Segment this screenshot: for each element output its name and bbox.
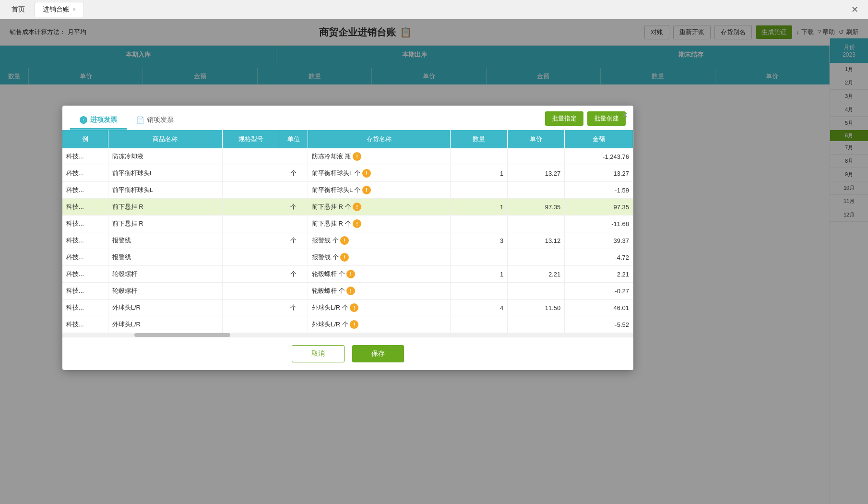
table-cell: 前下悬挂 R <box>108 199 222 216</box>
tab-active-label: 进销台账 <box>43 5 70 14</box>
warning-icon: ! <box>346 270 355 278</box>
table-cell <box>451 316 508 333</box>
col-unit: 单位 <box>279 130 308 148</box>
table-cell <box>222 266 279 283</box>
table-cell <box>508 216 565 232</box>
table-cell: 科技... <box>62 199 108 216</box>
col-spec: 规格型号 <box>222 130 279 148</box>
table-cell <box>279 283 308 300</box>
dialog-close-icon[interactable]: × <box>622 110 628 120</box>
save-button[interactable]: 保存 <box>352 345 404 362</box>
table-cell: 39.37 <box>565 232 633 249</box>
dialog-table: 例 商品名称 规格型号 单位 存货名称 数量 单价 金额 科技...防冻冷却液防… <box>62 130 633 337</box>
table-cell: 外球头L/R <box>108 316 222 333</box>
table-cell: 1 <box>451 165 508 182</box>
outbound-tab-icon: 📄 <box>136 116 144 124</box>
dialog-action-buttons: 批量指定 批量创建 <box>545 111 626 126</box>
warning-icon: ! <box>350 320 358 329</box>
table-cell: 报警线 <box>108 249 222 266</box>
table-cell: -11.68 <box>565 216 633 232</box>
table-cell: 科技... <box>62 232 108 249</box>
table-cell <box>508 283 565 300</box>
table-cell <box>508 148 565 165</box>
table-cell: 个 <box>279 300 308 316</box>
table-cell <box>222 148 279 165</box>
table-cell: 轮毂螺杆 <box>108 266 222 283</box>
col-product-name: 商品名称 <box>108 130 222 148</box>
col-unit-price: 单价 <box>508 130 565 148</box>
table-cell: 科技... <box>62 148 108 165</box>
tab-outbound-label: 销项发票 <box>147 116 174 124</box>
batch-create-button[interactable]: 批量创建 <box>587 111 626 126</box>
inventory-name-cell: 防冻冷却液 瓶 ! <box>308 148 450 165</box>
table-row: 科技...前平衡杆球头L前平衡杆球头L 个 !-1.59 <box>62 182 633 199</box>
batch-assign-button[interactable]: 批量指定 <box>545 111 583 126</box>
table-cell <box>451 182 508 199</box>
table-cell <box>508 249 565 266</box>
table-cell <box>222 283 279 300</box>
warning-icon: ! <box>346 287 355 295</box>
table-cell: 前下悬挂 R <box>108 216 222 232</box>
table-cell <box>222 300 279 316</box>
table-cell: 科技... <box>62 283 108 300</box>
col-company: 例 <box>62 130 108 148</box>
inventory-name-cell: 前平衡杆球头L 个 ! <box>308 165 450 182</box>
table-cell <box>451 216 508 232</box>
warning-icon: ! <box>350 303 358 312</box>
tab-home[interactable]: 首页 <box>4 2 33 17</box>
table-cell <box>508 182 565 199</box>
tab-inbound-label: 进项发票 <box>90 116 117 124</box>
tab-close-icon[interactable]: × <box>72 6 76 13</box>
table-cell: 外球头L/R <box>108 300 222 316</box>
table-cell: 13.27 <box>565 165 633 182</box>
table-cell: 科技... <box>62 165 108 182</box>
table-cell <box>279 148 308 165</box>
horizontal-scrollbar[interactable] <box>62 333 633 337</box>
table-cell: 1 <box>451 199 508 216</box>
table-cell: 科技... <box>62 182 108 199</box>
tab-bar: 首页 进销台账 × ✕ <box>0 0 868 19</box>
main-content: 销售成本计算方法： 月平均 商贸企业进销台账 📋 对账 重新开账 存货别名 生成… <box>0 19 868 504</box>
table-cell: -1.59 <box>565 182 633 199</box>
table-row: 科技...外球头L/R外球头L/R 个 !-5.52 <box>62 316 633 333</box>
table-cell: 4 <box>451 300 508 316</box>
dialog-header: ↑ 进项发票 📄 销项发票 批量指定 批量创建 × <box>62 106 633 130</box>
tab-outbound[interactable]: 📄 销项发票 <box>127 112 183 130</box>
table-cell: -5.52 <box>565 316 633 333</box>
inventory-name-cell: 报警线 个 ! <box>308 232 450 249</box>
table-row: 科技...轮毂螺杆轮毂螺杆 个 !-0.27 <box>62 283 633 300</box>
inventory-name-cell: 前下悬挂 R 个 ! <box>308 199 450 216</box>
table-cell <box>279 249 308 266</box>
table-row: 科技...前下悬挂 R个前下悬挂 R 个 !197.3597.35 <box>62 199 633 216</box>
table-cell <box>222 216 279 232</box>
table-cell: 科技... <box>62 266 108 283</box>
warning-icon: ! <box>353 203 361 211</box>
scroll-thumb[interactable] <box>134 333 230 337</box>
warning-icon: ! <box>353 152 361 161</box>
col-quantity: 数量 <box>451 130 508 148</box>
table-cell <box>222 199 279 216</box>
table-cell: 科技... <box>62 316 108 333</box>
table-cell <box>508 316 565 333</box>
table-row: 科技...前下悬挂 R前下悬挂 R 个 !-11.68 <box>62 216 633 232</box>
tab-active[interactable]: 进销台账 × <box>35 2 84 17</box>
table-cell: 97.35 <box>508 199 565 216</box>
inventory-name-cell: 轮毂螺杆 个 ! <box>308 283 450 300</box>
inventory-name-cell: 报警线 个 ! <box>308 249 450 266</box>
table-row: 科技...前平衡杆球头L个前平衡杆球头L 个 !113.2713.27 <box>62 165 633 182</box>
tab-inbound[interactable]: ↑ 进项发票 <box>70 112 127 130</box>
inventory-name-cell: 轮毂螺杆 个 ! <box>308 266 450 283</box>
window-close-icon[interactable]: ✕ <box>845 4 864 15</box>
table-cell: 13.27 <box>508 165 565 182</box>
table-cell <box>222 232 279 249</box>
table-cell: 97.35 <box>565 199 633 216</box>
table-cell <box>222 165 279 182</box>
cancel-button[interactable]: 取消 <box>292 345 345 362</box>
table-cell: 1 <box>451 266 508 283</box>
table-cell: -4.72 <box>565 249 633 266</box>
table-cell <box>451 249 508 266</box>
table-cell: 个 <box>279 232 308 249</box>
table-row: 科技...外球头L/R个外球头L/R 个 !411.5046.01 <box>62 300 633 316</box>
table-cell: 防冻冷却液 <box>108 148 222 165</box>
table-row: 科技...防冻冷却液防冻冷却液 瓶 !-1,243.76 <box>62 148 633 165</box>
